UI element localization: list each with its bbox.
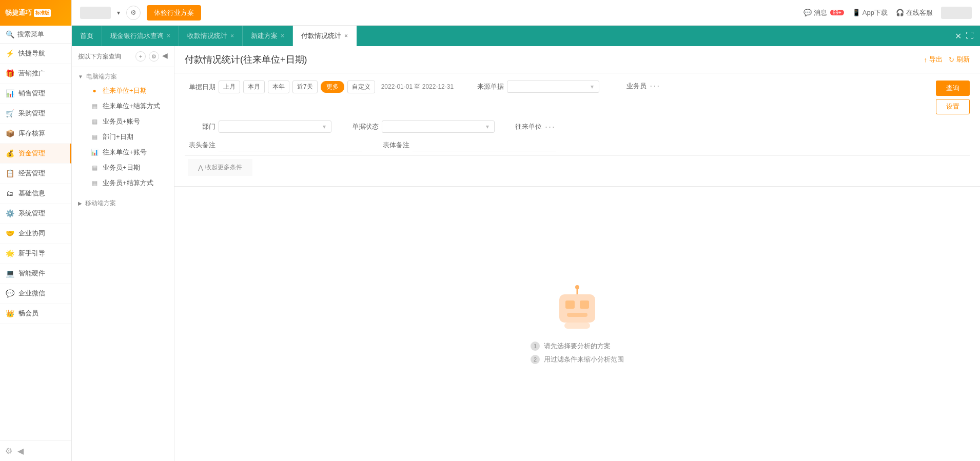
sidebar-item-search[interactable]: 🔍 搜索菜单 xyxy=(0,26,71,44)
sidebar-item-guide[interactable]: 🌟 新手引导 xyxy=(0,244,71,264)
sidebar-item-purchase[interactable]: 🛒 采购管理 xyxy=(0,104,71,124)
empty-tip-2: 2 用过滤条件来缩小分析范围 xyxy=(531,355,624,364)
company-name xyxy=(80,7,111,19)
sidebar-item-label: 销售管理 xyxy=(18,89,45,98)
inventory-icon: 📦 xyxy=(5,129,14,138)
message-label: 消息 xyxy=(814,8,827,17)
tab-receipt-label: 收款情况统计 xyxy=(187,31,227,41)
scheme-item-sales-settle[interactable]: ▦ 业务员+结算方式 xyxy=(78,175,168,191)
tab-payment-close[interactable]: × xyxy=(344,32,348,39)
sidebar-item-label: 新手引导 xyxy=(18,249,45,258)
date-btn-this-year[interactable]: 本年 xyxy=(268,81,289,93)
sidebar-item-hardware[interactable]: 💻 智能硬件 xyxy=(0,264,71,284)
message-btn[interactable]: 💬 消息 99+ xyxy=(803,8,844,17)
refresh-btn[interactable]: ↻ 刷新 xyxy=(949,55,970,64)
sidebar-item-label: 库存核算 xyxy=(18,129,45,138)
collapse-icon: ⋀ xyxy=(198,164,203,171)
sidebar-item-label: 经营管理 xyxy=(18,169,45,178)
online-service-btn[interactable]: 🎧 在线客服 xyxy=(896,8,933,17)
counter-party-label: 往来单位 xyxy=(511,122,542,131)
footer-collapse-icon[interactable]: ◀ xyxy=(17,446,24,456)
scheme-item-unit-date[interactable]: ● 往来单位+日期 xyxy=(78,83,168,98)
scheme-item-unit-settle[interactable]: ▦ 往来单位+结算方式 xyxy=(78,98,168,114)
tabbar-actions: ✕ ⛶ xyxy=(955,31,980,41)
user-avatar[interactable] xyxy=(941,7,972,19)
scheme-item-dept-date[interactable]: ▦ 部门+日期 xyxy=(78,129,168,145)
sidebar-item-finance[interactable]: 💰 资金管理 xyxy=(0,144,71,164)
guide-icon: 🌟 xyxy=(5,249,14,258)
footer-settings-icon[interactable]: ⚙ xyxy=(5,446,12,456)
sidebar-item-member[interactable]: 👑 畅会员 xyxy=(0,304,71,324)
sidebar-item-sales[interactable]: 📊 销售管理 xyxy=(0,84,71,104)
sidebar-item-label: 采购管理 xyxy=(18,109,45,118)
query-btn[interactable]: 查询 xyxy=(936,81,970,96)
scheme-item-unit-account[interactable]: 📊 往来单位+账号 xyxy=(78,145,168,160)
sidebar-item-system[interactable]: ⚙️ 系统管理 xyxy=(0,204,71,224)
date-btn-last-month[interactable]: 上月 xyxy=(219,81,240,93)
add-scheme-btn[interactable]: + xyxy=(135,51,146,62)
desktop-group-title[interactable]: ▼ 电脑端方案 xyxy=(78,70,168,83)
tab-expand-icon[interactable]: ⛶ xyxy=(966,31,974,41)
header-note-input[interactable] xyxy=(219,139,362,151)
topbar-dropdown-icon[interactable]: ▾ xyxy=(117,9,120,16)
operation-icon: 📋 xyxy=(5,169,14,178)
tab-bank[interactable]: 现金银行流水查询 × xyxy=(102,26,179,46)
salesperson-label: 业务员 xyxy=(616,82,646,91)
topbar-right: 💬 消息 99+ 📱 App下载 🎧 在线客服 xyxy=(803,7,972,19)
salesperson-input-dots[interactable]: ··· xyxy=(650,81,660,91)
tab-home[interactable]: 首页 xyxy=(72,26,102,46)
empty-tip-1: 1 请先选择要分析的方案 xyxy=(531,342,624,351)
scheme-icon: ▦ xyxy=(90,102,99,110)
collapse-btn[interactable]: ⋀ 收起更多条件 xyxy=(188,159,252,176)
tab-new-scheme-close[interactable]: × xyxy=(281,32,284,39)
scheme-label: 业务员+账号 xyxy=(103,117,140,126)
body-note-input[interactable] xyxy=(413,139,556,151)
date-group: 上月 本月 本年 近7天 更多 自定义 2022-01-01 至 2022-12… xyxy=(219,81,457,93)
sidebar-item-coop[interactable]: 🤝 企业协同 xyxy=(0,224,71,244)
app-download-btn[interactable]: 📱 App下载 xyxy=(852,8,888,17)
scheme-label: 业务员+日期 xyxy=(103,163,140,172)
source-select[interactable]: ▾ xyxy=(507,81,599,93)
sidebar-header: 畅捷通巧 标准版 xyxy=(0,0,71,26)
counter-party-dots[interactable]: ··· xyxy=(545,122,556,132)
refresh-label: 刷新 xyxy=(956,55,970,64)
date-btn-more[interactable]: 更多 xyxy=(321,81,344,93)
desktop-scheme-group: ▼ 电脑端方案 ● 往来单位+日期 ▦ 往来单位+结算方式 ▦ 业务员+账号 ▦ xyxy=(72,67,174,194)
sidebar-item-quick-nav[interactable]: ⚡ 快捷导航 xyxy=(0,44,71,64)
refresh-icon: ↻ xyxy=(949,56,954,64)
trial-industry-btn[interactable]: 体验行业方案 xyxy=(147,5,201,21)
sidebar-item-operation[interactable]: 📋 经营管理 xyxy=(0,164,71,184)
basic-icon: 🗂 xyxy=(5,189,14,198)
tab-new-scheme-label: 新建方案 xyxy=(251,31,278,41)
topbar: ▾ ⚙ 体验行业方案 💬 消息 99+ 📱 App下载 🎧 在线客服 xyxy=(72,0,980,26)
desktop-group-arrow: ▼ xyxy=(78,74,83,79)
doc-status-select[interactable]: ▾ xyxy=(382,121,495,133)
scheme-item-sales-account[interactable]: ▦ 业务员+账号 xyxy=(78,114,168,129)
date-btn-7days[interactable]: 近7天 xyxy=(292,81,318,93)
tab-receipt-close[interactable]: × xyxy=(230,32,234,39)
date-btn-custom[interactable]: 自定义 xyxy=(347,81,375,93)
export-btn[interactable]: ↑ 导出 xyxy=(924,55,943,64)
tab-bank-close[interactable]: × xyxy=(167,32,170,39)
mobile-group-title[interactable]: ▶ 移动端方案 xyxy=(78,197,168,210)
scheme-item-sales-date[interactable]: ▦ 业务员+日期 xyxy=(78,160,168,175)
export-label: 导出 xyxy=(929,55,943,64)
coop-icon: 🤝 xyxy=(5,229,14,238)
sidebar-item-wechat[interactable]: 💬 企业微信 xyxy=(0,284,71,304)
sidebar-item-marketing[interactable]: 🎁 营销推广 xyxy=(0,64,71,84)
panel-collapse-btn[interactable]: ◀ xyxy=(162,51,168,62)
topbar-settings-btn[interactable]: ⚙ xyxy=(126,6,141,20)
online-service-label: 在线客服 xyxy=(906,8,933,17)
sidebar-item-inventory[interactable]: 📦 库存核算 xyxy=(0,124,71,144)
dept-select[interactable]: ▾ xyxy=(219,121,331,133)
marketing-icon: 🎁 xyxy=(5,69,14,78)
manage-scheme-btn[interactable]: ⚙ xyxy=(149,51,159,62)
tab-receipt[interactable]: 收款情况统计 × xyxy=(179,26,243,46)
tab-close-all-icon[interactable]: ✕ xyxy=(955,31,962,41)
sidebar-item-label: 智能硬件 xyxy=(18,269,45,278)
sidebar-item-basic[interactable]: 🗂 基础信息 xyxy=(0,184,71,204)
tab-payment[interactable]: 付款情况统计 × xyxy=(293,26,357,46)
setting-btn[interactable]: 设置 xyxy=(936,99,970,114)
date-btn-this-month[interactable]: 本月 xyxy=(243,81,265,93)
tab-new-scheme[interactable]: 新建方案 × xyxy=(243,26,293,46)
